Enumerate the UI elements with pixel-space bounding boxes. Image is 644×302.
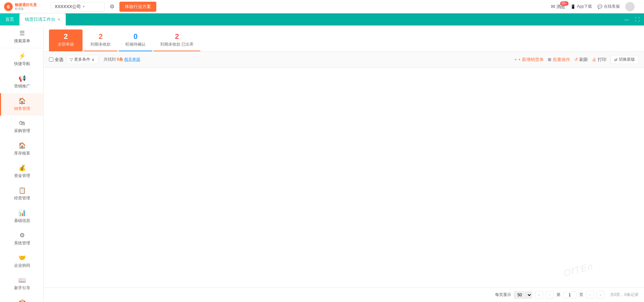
print-button[interactable]: 🖨 打印 [592, 57, 606, 63]
sidebar-label-finance: 资金管理 [14, 173, 30, 179]
online-service-link[interactable]: 💬 在线客服 [597, 4, 620, 9]
sidebar-item-purchase[interactable]: 🛍 采购管理 [0, 116, 43, 138]
minimize-button[interactable]: — [623, 15, 631, 23]
sidebar-item-guide[interactable]: 📖 新手引导 [0, 273, 43, 295]
table-area [44, 68, 644, 287]
add-sales-order-button[interactable]: + + 新增销货单 [514, 57, 544, 63]
switch-label: 切换新版 [619, 57, 635, 62]
found-link[interactable]: 相关单据 [124, 57, 140, 62]
window-controls: — ⛶ [623, 15, 644, 23]
summary-tabs: 2 全部单据 2 到期未收款 0 旺辅待确认 2 到期未收款 已出库 [44, 25, 644, 52]
top-header: 6 畅捷通好生意 标准版 XXXXXX公司 ▾ ⚙ 体验行业方案 ✉ 消息 99… [0, 0, 644, 13]
last-page-icon: » [599, 293, 602, 297]
sidebar-item-operation[interactable]: 📋 经营管理 [0, 183, 43, 205]
sidebar-item-enterprise[interactable]: 🤝 企业协同 [0, 250, 43, 273]
logo-sub-text: 标准版 [15, 7, 37, 11]
first-page-button[interactable]: « [535, 291, 543, 299]
tab-count-overdue: 2 [99, 32, 103, 41]
tab-money-work[interactable]: 钱货日清工作台 ✕ [19, 13, 66, 25]
toolbar: 全选 ▽ 更多条件 ∨ 共找到 0条 相关单据 + + 新增销货单 [44, 52, 644, 68]
maximize-button[interactable]: ⛶ [633, 15, 641, 23]
chevron-down-icon: ▾ [83, 5, 85, 8]
app-download-link[interactable]: 📱 App下载 [571, 4, 592, 9]
marketing-icon: 📢 [18, 75, 26, 82]
add-label: + 新增销货单 [518, 57, 544, 63]
summary-tab-overdue[interactable]: 2 到期未收款 [84, 29, 117, 51]
switch-version-button[interactable]: ⇄ 切换新版 [610, 55, 639, 64]
page-suffix: 页 [579, 292, 583, 298]
sidebar-label-guide: 新手引导 [14, 285, 30, 291]
found-prefix: 共找到 [104, 57, 116, 62]
sidebar-item-sales[interactable]: 🏠 销售管理 [0, 93, 43, 116]
message-area[interactable]: ✉ 消息 99+ [551, 3, 565, 10]
toolbar-right: + + 新增销货单 ⊞ 批量操作 ↺ 刷新 🖨 打印 [514, 55, 639, 64]
filter-button[interactable]: ▽ 更多条件 ∨ [66, 55, 98, 64]
batch-icon: ⊞ [548, 57, 551, 62]
search-menu-icon: ☰ [19, 29, 25, 37]
select-all-checkbox[interactable]: 全选 [49, 57, 63, 63]
sidebar-label-sales: 销售管理 [14, 106, 30, 112]
finance-icon: 💰 [18, 164, 26, 172]
guide-icon: 📖 [18, 277, 26, 284]
summary-tab-overdue-out[interactable]: 2 到期未收款 已出库 [154, 29, 200, 51]
company-name: XXXXXX公司 [55, 4, 81, 10]
pagination: 每页显示 50 20 100 « ‹ 第 页 › [44, 287, 644, 302]
sidebar-label-purchase: 采购管理 [14, 128, 30, 134]
select-all-input[interactable] [49, 57, 53, 62]
header-right: ✉ 消息 99+ 📱 App下载 💬 在线客服 [551, 2, 640, 11]
sidebar-item-quick-nav[interactable]: ⚡ 快捷导航 [0, 48, 43, 71]
page-label: 第 [556, 292, 560, 298]
page-number-input[interactable] [563, 292, 577, 298]
settings-button[interactable]: ⚙ [107, 2, 117, 11]
operation-icon: 📋 [18, 187, 26, 194]
message-badge: 99+ [560, 1, 569, 6]
main-layout: ☰ 搜索菜单 ⚡ 快捷导航 📢 营销推广 🏠 销售管理 🛍 采购管理 🏠 库存核… [0, 25, 644, 302]
sidebar-item-basic-info[interactable]: 📊 基础信息 [0, 205, 43, 228]
tab-count-wangwang: 0 [133, 32, 138, 41]
app-center-icon: 📦 [18, 299, 26, 302]
sidebar-item-inventory[interactable]: 🏠 库存核算 [0, 138, 43, 160]
trial-button[interactable]: 体验行业方案 [119, 2, 156, 12]
tab-count-overdue-out: 2 [175, 32, 179, 41]
system-icon: ⚙ [19, 232, 25, 239]
sidebar-item-finance[interactable]: 💰 资金管理 [0, 160, 43, 183]
prev-page-button[interactable]: ‹ [546, 291, 554, 299]
summary-tab-wangwang[interactable]: 0 旺辅待确认 [119, 29, 152, 51]
tab-money-work-label: 钱货日清工作台 [25, 16, 55, 22]
basic-info-icon: 📊 [18, 209, 26, 217]
enterprise-icon: 🤝 [18, 254, 26, 261]
download-icon: 📱 [571, 4, 576, 9]
content-area: 2 全部单据 2 到期未收款 0 旺辅待确认 2 到期未收款 已出库 [44, 25, 644, 302]
sidebar-item-search[interactable]: ☰ 搜索菜单 [0, 25, 43, 48]
batch-action-button[interactable]: ⊞ 批量操作 [548, 57, 570, 63]
print-label: 打印 [598, 57, 606, 63]
found-text: 共找到 0条 相关单据 [104, 57, 140, 62]
sidebar-label-quick-nav: 快捷导航 [14, 61, 30, 67]
sidebar-item-system[interactable]: ⚙ 系统管理 [0, 228, 43, 250]
found-count: 0条 [117, 57, 123, 62]
sidebar-label-enterprise: 企业协同 [14, 263, 30, 268]
summary-tab-all[interactable]: 2 全部单据 [49, 29, 83, 51]
sidebar-label-system: 系统管理 [14, 240, 30, 246]
work-area: 2 全部单据 2 到期未收款 0 旺辅待确认 2 到期未收款 已出库 [44, 25, 644, 302]
company-selector[interactable]: XXXXXX公司 ▾ [51, 2, 105, 11]
avatar[interactable] [625, 2, 635, 11]
sidebar-item-marketing[interactable]: 📢 营销推广 [0, 71, 43, 93]
online-service-label: 在线客服 [604, 4, 620, 9]
tab-close-icon[interactable]: ✕ [57, 17, 60, 22]
gear-icon: ⚙ [110, 3, 114, 10]
quick-nav-icon: ⚡ [18, 52, 26, 60]
per-page-select[interactable]: 50 20 100 [514, 291, 532, 299]
per-page-label: 每页显示 [495, 292, 511, 298]
logo-icon: 6 [4, 2, 13, 11]
tab-count-all: 2 [64, 32, 68, 41]
last-page-button[interactable]: » [597, 291, 605, 299]
refresh-button[interactable]: ↺ 刷新 [574, 57, 588, 63]
tab-label-all: 全部单据 [58, 42, 74, 47]
next-page-button[interactable]: › [586, 291, 594, 299]
logo-area: 6 畅捷通好生意 标准版 [4, 2, 48, 11]
message-icon: ✉ [551, 3, 555, 10]
service-icon: 💬 [597, 4, 602, 9]
tab-home[interactable]: 首页 [0, 13, 19, 25]
sidebar-item-app-center[interactable]: 📦 应用中心 [0, 295, 43, 302]
